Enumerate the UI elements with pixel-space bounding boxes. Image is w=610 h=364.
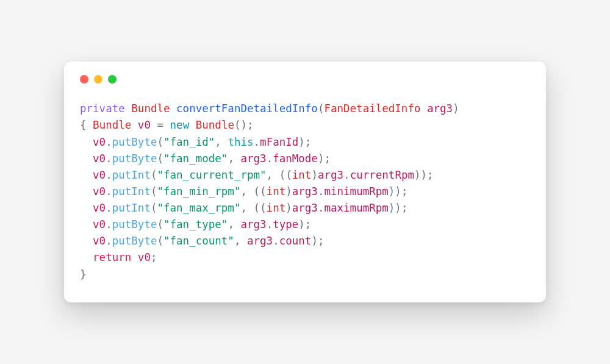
arg3-ref: arg3 [247, 235, 273, 247]
field-minimumrpm: minimumRpm [324, 185, 388, 198]
field-maximumrpm: maximumRpm [324, 202, 388, 214]
arg3-ref: arg3 [318, 169, 343, 181]
arg3-ref: arg3 [240, 152, 266, 165]
var-v0: v0 [138, 119, 151, 131]
call-putint: putInt [112, 169, 151, 181]
code-window: private Bundle convertFanDetailedInfo(Fa… [64, 62, 546, 302]
field-mfanid: mFanId [260, 136, 298, 148]
str-fan-count: "fan_count" [163, 235, 234, 247]
type-bundle-3: Bundle [196, 119, 234, 131]
var-v0-return: v0 [138, 251, 151, 263]
call-putbyte: putByte [112, 136, 157, 148]
var-v0-ref: v0 [93, 185, 106, 198]
call-putbyte: putByte [112, 218, 157, 230]
var-v0-ref: v0 [93, 169, 106, 181]
window-controls [80, 75, 530, 84]
keyword-private: private [80, 102, 125, 115]
type-param: FanDetailedInfo [324, 102, 420, 115]
call-putint: putInt [112, 202, 151, 214]
param-name: arg3 [427, 102, 453, 115]
method-name: convertFanDetailedInfo [176, 102, 318, 115]
str-fan-current-rpm: "fan_current_rpm" [157, 169, 266, 181]
field-type: type [273, 218, 298, 230]
arg3-ref: arg3 [292, 185, 318, 198]
str-fan-id: "fan_id" [163, 136, 215, 148]
type-bundle-2: Bundle [93, 119, 131, 131]
field-count: count [279, 235, 312, 247]
close-icon[interactable] [80, 75, 88, 84]
call-putint: putInt [112, 185, 151, 198]
var-v0-ref: v0 [93, 152, 106, 165]
field-fanmode: fanMode [273, 152, 318, 165]
str-fan-mode: "fan_mode" [163, 152, 228, 165]
keyword-this: this [228, 136, 253, 148]
var-v0-ref: v0 [93, 136, 106, 148]
type-int: int [292, 169, 312, 181]
keyword-return: return [93, 251, 131, 263]
var-v0-ref: v0 [93, 235, 106, 247]
type-int: int [267, 202, 286, 214]
var-v0-ref: v0 [93, 218, 106, 230]
arg3-ref: arg3 [292, 202, 318, 214]
str-fan-max-rpm: "fan_max_rpm" [157, 202, 240, 214]
keyword-new: new [170, 119, 190, 131]
str-fan-type: "fan_type" [163, 218, 228, 230]
call-putbyte: putByte [112, 152, 157, 165]
str-fan-min-rpm: "fan_min_rpm" [157, 185, 240, 198]
field-currentrpm: currentRpm [350, 169, 414, 181]
type-int: int [267, 185, 286, 198]
maximize-icon[interactable] [108, 75, 117, 84]
minimize-icon[interactable] [94, 75, 102, 84]
var-v0-ref: v0 [93, 202, 106, 214]
arg3-ref: arg3 [240, 218, 266, 230]
type-bundle: Bundle [131, 102, 170, 115]
code-block: private Bundle convertFanDetailedInfo(Fa… [80, 101, 530, 282]
call-putbyte: putByte [112, 235, 157, 247]
